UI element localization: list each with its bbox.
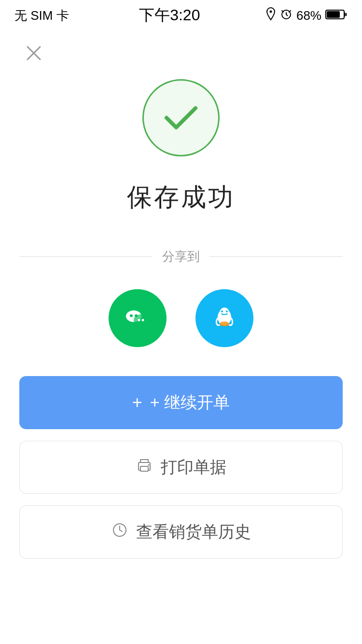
battery-text: 68% <box>296 8 321 23</box>
alarm-icon <box>280 8 292 24</box>
continue-order-label: + 继续开单 <box>150 392 230 414</box>
status-left: 无 SIM 卡 <box>14 7 74 24</box>
carrier-text: 无 SIM 卡 <box>14 7 69 24</box>
battery-icon <box>325 8 348 23</box>
share-divider: 分享到 <box>19 248 343 265</box>
svg-point-11 <box>142 319 144 322</box>
continue-order-button[interactable]: + + 继续开单 <box>19 376 343 429</box>
svg-point-13 <box>220 308 229 317</box>
location-icon <box>265 7 276 24</box>
svg-point-8 <box>130 314 133 317</box>
svg-point-15 <box>226 310 228 312</box>
close-button[interactable] <box>19 39 48 68</box>
svg-rect-18 <box>140 466 148 471</box>
history-button[interactable]: 查看销货单历史 <box>19 505 343 559</box>
success-title: 保存成功 <box>127 181 235 214</box>
share-section: 分享到 <box>0 248 362 347</box>
print-icon <box>136 457 153 478</box>
print-label: 打印单据 <box>161 456 226 478</box>
share-icons <box>19 289 343 347</box>
success-icon-circle <box>142 79 220 156</box>
svg-point-0 <box>269 10 272 13</box>
continue-order-icon: + <box>132 392 142 413</box>
qq-share-button[interactable] <box>195 289 253 347</box>
print-button[interactable]: 打印单据 <box>19 441 343 494</box>
status-bar: 无 SIM 卡 下午3:20 68% <box>0 0 362 31</box>
wechat-share-button[interactable] <box>109 289 167 347</box>
svg-point-9 <box>135 314 138 317</box>
history-icon <box>111 521 128 543</box>
svg-point-10 <box>138 319 140 322</box>
svg-point-19 <box>148 464 150 466</box>
main-content: 保存成功 分享到 <box>0 31 362 559</box>
svg-point-14 <box>221 310 223 312</box>
status-time: 下午3:20 <box>74 5 265 26</box>
svg-point-16 <box>220 322 229 326</box>
share-label: 分享到 <box>162 248 200 265</box>
status-right: 68% <box>265 7 348 24</box>
history-label: 查看销货单历史 <box>136 521 251 543</box>
action-buttons: + + 继续开单 打印单据 查看销货单历史 <box>0 376 362 559</box>
svg-rect-3 <box>327 11 340 18</box>
